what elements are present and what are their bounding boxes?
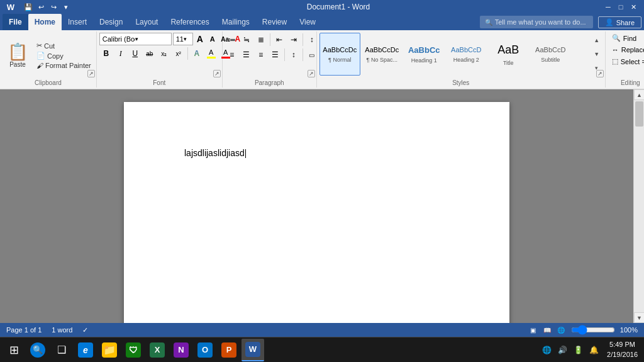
align-right-btn[interactable]: ≡: [254, 48, 268, 62]
onenote-btn[interactable]: N: [170, 339, 192, 361]
para-expand-btn[interactable]: ↗: [308, 70, 315, 77]
clipboard-expand-btn[interactable]: ↗: [87, 70, 95, 77]
style-subtitle[interactable]: AaBbCcD Subtitle: [530, 33, 571, 76]
text-effects-btn[interactable]: A: [190, 47, 204, 60]
tab-file[interactable]: File: [3, 14, 28, 30]
word-count[interactable]: 1 word: [50, 326, 74, 334]
scroll-down-arrow[interactable]: ▼: [634, 312, 644, 323]
style-subtitle-label: Subtitle: [541, 57, 560, 63]
align-left-btn[interactable]: ≡: [225, 48, 239, 62]
scroll-up-arrow[interactable]: ▲: [634, 89, 644, 100]
edge-btn[interactable]: e: [74, 339, 97, 361]
task-view-btn[interactable]: ❑: [50, 339, 73, 361]
tray-network-icon[interactable]: 🌐: [540, 344, 553, 356]
underline-btn[interactable]: U: [128, 47, 142, 60]
tab-review[interactable]: Review: [256, 14, 293, 30]
replace-button[interactable]: ↔ Replace: [608, 45, 644, 55]
increase-indent-btn[interactable]: ⇥: [287, 33, 301, 47]
system-clock[interactable]: 5:49 PM 2/19/2016: [603, 339, 641, 361]
style-heading2[interactable]: AaBbCcD Heading 2: [446, 33, 487, 76]
outlook-btn[interactable]: O: [194, 339, 216, 361]
share-button[interactable]: 👤 Share: [598, 16, 641, 28]
style-subtle-em[interactable]: AaBbCcD Subtle Em...: [319, 77, 360, 78]
zoom-percent[interactable]: 100%: [619, 326, 639, 334]
start-button[interactable]: ⊞: [3, 339, 25, 361]
minimize-btn[interactable]: ─: [602, 1, 614, 13]
scroll-thumb[interactable]: [635, 101, 643, 127]
italic-btn[interactable]: I: [114, 47, 128, 60]
justify-btn[interactable]: ☰: [269, 48, 282, 62]
font-group-label[interactable]: Font: [99, 78, 219, 86]
undo-quick-btn[interactable]: ↩: [35, 1, 47, 13]
font-grow-btn[interactable]: A: [194, 33, 206, 45]
document-content[interactable]: lajsdlijaslidjiasd: [184, 147, 449, 160]
para-group-label[interactable]: Paragraph: [225, 78, 314, 86]
tab-view[interactable]: View: [293, 14, 322, 30]
tab-home[interactable]: Home: [28, 14, 62, 30]
tab-references[interactable]: References: [164, 14, 215, 30]
line-spacing-btn[interactable]: ↕: [287, 48, 301, 62]
paste-button[interactable]: 📋 Paste: [3, 42, 33, 69]
font-shrink-btn[interactable]: A: [207, 33, 218, 45]
paste-label: Paste: [9, 61, 26, 68]
editing-group-label[interactable]: Editing: [608, 78, 644, 86]
proofing-status[interactable]: ✓: [81, 326, 89, 334]
select-button[interactable]: ⬚ Select = ▾: [608, 56, 644, 67]
powerpoint-btn[interactable]: P: [218, 339, 240, 361]
multilevel-btn[interactable]: ≣: [254, 33, 268, 47]
font-expand-btn[interactable]: ↗: [213, 70, 221, 77]
file-explorer-btn[interactable]: 📁: [98, 339, 121, 361]
vertical-scrollbar[interactable]: ▲ ▼: [633, 89, 644, 323]
tray-notifications-icon[interactable]: 🔔: [587, 344, 601, 356]
style-heading1[interactable]: AaBbCc Heading 1: [404, 33, 445, 76]
word-taskbar-btn[interactable]: W: [242, 339, 264, 361]
copy-button[interactable]: 📄 Copy: [34, 51, 94, 60]
style-emphasis[interactable]: AaBbCcD Emphasis: [362, 77, 402, 78]
web-layout-btn[interactable]: 🌐: [555, 325, 567, 335]
superscript-btn[interactable]: x²: [172, 47, 186, 60]
document-scroll-area[interactable]: lajsdlijaslidjiasd: [0, 89, 633, 323]
tray-sound-icon[interactable]: 🔊: [556, 344, 569, 356]
strikethrough-btn[interactable]: ab: [143, 47, 157, 60]
numbering-btn[interactable]: ≒: [240, 33, 253, 47]
styles-group-label[interactable]: Styles: [319, 78, 602, 86]
tray-battery-icon[interactable]: 🔋: [572, 344, 585, 356]
format-painter-button[interactable]: 🖌 Format Painter: [34, 61, 94, 70]
bullets-btn[interactable]: ≔: [225, 33, 239, 47]
decrease-indent-btn[interactable]: ⇤: [272, 33, 286, 47]
style-title[interactable]: AaB Title: [488, 33, 529, 76]
tab-design[interactable]: Design: [93, 14, 129, 30]
font-name-selector[interactable]: Calibri (Body) ▾: [99, 33, 172, 45]
tab-layout[interactable]: Layout: [129, 14, 164, 30]
styles-scroll-up-btn[interactable]: ▲: [592, 34, 601, 47]
bold-btn[interactable]: B: [99, 47, 113, 60]
close-btn[interactable]: ✕: [628, 1, 639, 13]
style-no-spacing[interactable]: AaBbCcDc ¶ No Spac...: [362, 33, 402, 76]
excel-btn[interactable]: X: [146, 339, 169, 361]
styles-expand-btn[interactable]: ↗: [596, 70, 604, 77]
align-center-btn[interactable]: ☰: [240, 48, 253, 62]
status-bar: Page 1 of 1 1 word ✓ ▣ 📖 🌐 100%: [0, 323, 644, 337]
tab-insert[interactable]: Insert: [62, 14, 93, 30]
tab-mailings[interactable]: Mailings: [216, 14, 256, 30]
text-highlight-btn[interactable]: A: [204, 47, 218, 60]
cut-button[interactable]: ✂ Cut: [34, 41, 94, 50]
scroll-track[interactable]: [634, 100, 644, 312]
read-mode-btn[interactable]: 📖: [541, 325, 553, 335]
style-normal[interactable]: AaBbCcDc ¶ Normal: [319, 33, 360, 76]
redo-quick-btn[interactable]: ↪: [48, 1, 59, 13]
ribbon-search[interactable]: 🔍 Tell me what you want to do...: [480, 16, 593, 28]
zoom-slider[interactable]: [571, 326, 615, 334]
defender-btn[interactable]: 🛡: [122, 339, 145, 361]
clipboard-group-label[interactable]: Clipboard: [3, 78, 94, 86]
subscript-btn[interactable]: x₂: [157, 47, 171, 60]
maximize-btn[interactable]: □: [615, 1, 626, 13]
find-button[interactable]: 🔍 Find ▾: [608, 33, 644, 43]
styles-scroll-down-btn[interactable]: ▼: [592, 48, 601, 60]
save-quick-btn[interactable]: 💾: [23, 1, 34, 13]
page-indicator[interactable]: Page 1 of 1: [5, 326, 43, 334]
print-layout-btn[interactable]: ▣: [527, 325, 540, 335]
font-size-selector[interactable]: 11 ▾: [173, 33, 193, 45]
search-taskbar-btn[interactable]: 🔍: [26, 339, 49, 361]
quick-access-dropdown[interactable]: ▾: [60, 1, 72, 13]
